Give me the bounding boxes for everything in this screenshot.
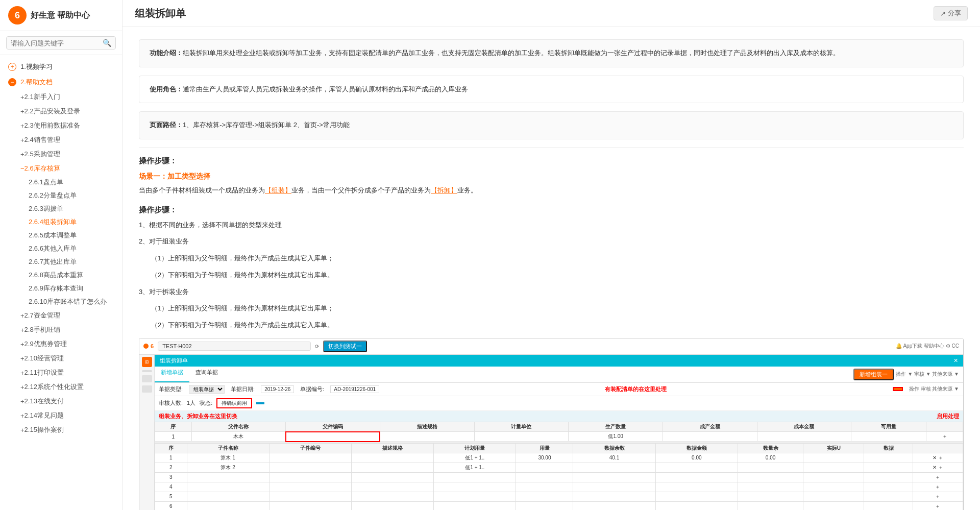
expand-icon-211: + [20,369,24,377]
mock-sidebar-icon-1 [142,375,152,382]
search-icon[interactable]: 🔍 [103,39,111,47]
mock-docno-value: AD-20191226-001 [330,385,379,393]
sidebar-item-costadjust[interactable]: 2.6.5成本调整单 [0,229,122,242]
link-disassembly[interactable]: 【拆卸】 [431,186,457,194]
mock-address-bar: TEST-H002 [158,342,311,351]
step2-text: 2、对于组装业务 [139,235,964,248]
mock-bom-btn[interactable] [893,387,903,391]
link-assembly[interactable]: 【组装】 [265,186,291,194]
sidebar-item-stockbook[interactable]: 2.6.9库存账本查询 [0,282,122,295]
sidebar-label-215: 2.15操作案例 [24,425,64,434]
step3-2-text: （2）下部明细为子件明细，最终作为产成品生成其它入库单。 [151,319,964,332]
mock-confirm-btn[interactable] [256,402,264,404]
expand-icon-1: + [8,63,16,71]
mock-cth-data: 数据 [864,443,913,453]
sidebar-item-newbie[interactable]: + 2.1新手入门 [0,90,122,104]
sidebar-item-dataprep[interactable]: + 2.3使用前数据准备 [0,118,122,133]
search-box[interactable]: 🔍 [6,36,116,50]
sidebar-item-video[interactable]: + 1.视频学习 [0,59,122,75]
sidebar-item-print[interactable]: + 2.11打印设置 [0,366,122,380]
sidebar-item-costrecalc[interactable]: 2.6.8商品成本重算 [0,269,122,282]
sidebar-item-assembly[interactable]: 2.6.4组装拆卸单 [0,215,122,229]
mock-parent-cell-name: 木木 [191,432,286,442]
expand-icon-25: + [20,151,24,158]
sidebar-item-sales[interactable]: + 2.4销售管理 [0,133,122,147]
search-input[interactable] [11,39,103,47]
mock-cth-actual: 实际U [803,443,864,453]
mock-th-prodqty: 生产数量 [569,422,663,432]
mock-switch-btn[interactable]: 切换到测试一 [323,341,367,352]
mock-th-desc: 描述规格 [380,422,474,432]
sidebar-label-210: 2.10经营管理 [24,354,64,363]
mock-form-label-doctype: 单据类型: [159,385,183,393]
mock-child-table-container: 序 子件名称 子件编号 描述规格 计划用量 用量 数据余数 数据金额 数量余 [155,442,963,510]
sidebar-label-24: 2.4销售管理 [24,135,60,144]
mock-form-row2: 审核人数: 1人 状态: 待确认商用 [155,396,963,411]
mock-form-label-reviewers: 审核人数: [159,399,183,407]
sidebar-item-payment[interactable]: + 2.13在线支付 [0,394,122,408]
mock-parent-table: 序 父件名称 父件编码 描述规格 计量单位 生产数量 成产金额 成本金额 可用量 [155,422,963,442]
role-block: 使用角色：通常由生产人员或库管人员完成拆装业务的操作，库管人员确认原材料的出库和… [139,76,964,104]
mock-tab-query[interactable]: 查询单据 [189,367,224,382]
mock-tab-actions: 新增组装一 操作 ▼ 审核 ▼ 其他来源 ▼ [849,367,963,382]
expand-icon-214: + [20,412,24,420]
mock-tab-new[interactable]: 新增单据 [155,367,189,382]
sidebar-item-cases[interactable]: + 2.15操作案例 [0,423,122,437]
mock-child-row-1: 1 算木 1 低1 + 1.. 30.00 40.1 0.00 0.00 [155,453,963,463]
expand-icon-21: + [20,93,24,101]
mock-assembly-annotation: 组装业务、拆卸业务在这里切换 [159,412,237,420]
sidebar-item-coupon[interactable]: + 2.9优惠券管理 [0,337,122,351]
sidebar-item-install[interactable]: + 2.2产品安装及登录 [0,104,122,118]
sidebar-item-purchase[interactable]: + 2.5采购管理 [0,147,122,161]
mock-th-unit: 计量单位 [474,422,569,432]
nav-sub-2: + 2.1新手入门 + 2.2产品安装及登录 + 2.3使用前数据准备 + 2.… [0,90,122,437]
mock-browser-header: 6 TEST-H002 ⟳ 切换到测试一 🔔 App下载 帮助中心 ⚙ CC [139,338,963,355]
mock-refresh-icon: ⟳ [315,344,319,349]
mock-cth-desc: 描述规格 [351,443,433,453]
search-area: 🔍 [0,31,122,55]
nav-section-1: + 1.视频学习 [0,59,122,75]
mock-cth-qty: 用量 [516,443,573,453]
mock-child-row-6: 6＋ [155,501,963,510]
expand-icon-212: + [20,383,24,391]
sidebar-label-22: 2.2产品安装及登录 [24,107,80,116]
mock-enable-annotation: 启用处理 [937,412,959,420]
sidebar-item-faq[interactable]: + 2.14常见问题 [0,408,122,423]
sidebar-item-otherinbound[interactable]: 2.6.6其他入库单 [0,242,122,255]
mock-parent-cell-costamt [757,432,851,442]
sidebar-label-25: 2.5采购管理 [24,150,60,159]
page-title: 组装拆卸单 [135,7,186,20]
step3-1-text: （1）上部明细为父件明细，最终作为原材料生成其它出库单； [151,302,964,315]
mock-cth-dataamt: 数据金额 [655,443,738,453]
sidebar-item-otheroutbound[interactable]: 2.6.7其他出库单 [0,255,122,269]
sidebar-item-fraction[interactable]: 2.6.2分量盘点单 [0,189,122,202]
mock-tabs-row: 新增单据 查询单据 新增组装一 操作 ▼ 审核 ▼ 其他来源 ▼ [155,367,963,383]
sidebar-item-mobile[interactable]: + 2.8手机旺铺 [0,323,122,337]
sidebar-label-26: 2.6库存核算 [24,164,60,173]
sidebar-item-stockbook-fix[interactable]: 2.6.10库存账本错了怎么办 [0,295,122,308]
sidebar-item-ops[interactable]: + 2.10经营管理 [0,351,122,366]
nav-sub-inventory: 2.6.1盘点单 2.6.2分量盘点单 2.6.3调拨单 2.6.4组装拆卸单 … [0,176,122,308]
mock-select-doctype[interactable]: 组装单据 [189,385,225,394]
sidebar-item-inventory[interactable]: − 2.6库存核算 [0,161,122,176]
nav-section-2: − 2.帮助文档 + 2.1新手入门 + 2.2产品安装及登录 + 2.3使用前… [0,75,122,437]
sidebar-item-customize[interactable]: + 2.12系统个性化设置 [0,380,122,394]
app-name: 好生意 帮助中心 [31,10,90,21]
step1-text: 1、根据不同的业务，选择不同单据的类型来处理 [139,219,964,232]
mock-cth-code: 子件编号 [269,443,351,453]
expand-icon-24: + [20,136,24,144]
step3-text: 3、对于拆装业务 [139,286,964,299]
sidebar-item-finance[interactable]: + 2.7资金管理 [0,308,122,323]
mock-child-row-5: 5＋ [155,492,963,501]
mock-parent-cell-prodamt [663,432,757,442]
sidebar-label-211: 2.11打印设置 [24,368,64,377]
share-button[interactable]: ↗ 分享 [934,6,968,20]
sidebar-item-stocktake[interactable]: 2.6.1盘点单 [0,176,122,189]
mock-parent-cell-unit [474,432,569,442]
sidebar-item-transfer[interactable]: 2.6.3调拨单 [0,202,122,215]
main-content: 组装拆卸单 ↗ 分享 功能介绍：组装拆卸单用来处理企业组装或拆卸等加工业务，支持… [122,0,980,510]
mock-parent-table-container: 序 父件名称 父件编码 描述规格 计量单位 生产数量 成产金额 成本金额 可用量 [155,422,963,442]
sidebar-item-helpdoc[interactable]: − 2.帮助文档 [0,75,122,90]
mock-new-btn[interactable]: 新增组装一 [853,369,894,380]
mock-nav-icons: 🔔 App下载 帮助中心 ⚙ CC [896,343,959,350]
